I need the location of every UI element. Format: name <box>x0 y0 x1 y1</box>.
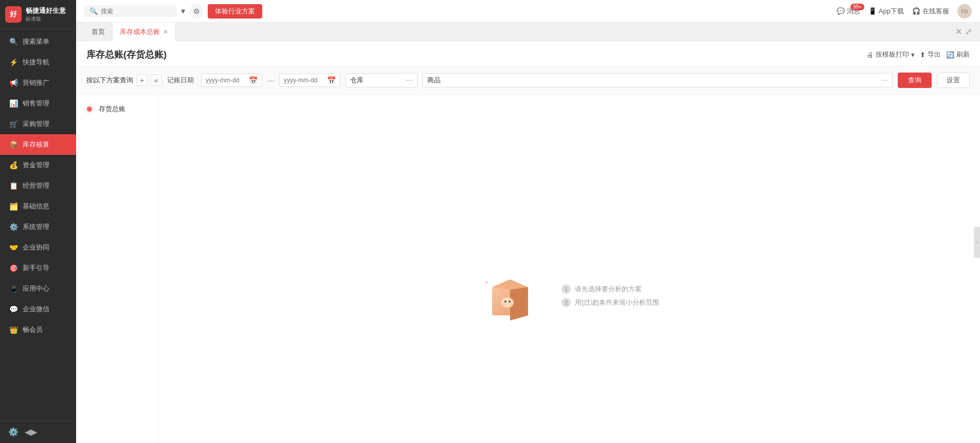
sidebar: 好 畅捷通好生意 标准版 🔍 搜索菜单 ⚡ 快捷导航 📢 营销推广 📊 销售管理… <box>0 0 76 443</box>
filter-date-start[interactable]: 📅 <box>201 74 262 87</box>
tab-home-label: 首页 <box>92 27 105 37</box>
sidebar-item-marketing[interactable]: 📢 营销推广 <box>0 73 76 93</box>
export-button[interactable]: ⬆ 导出 <box>920 50 941 59</box>
sidebar-item-label: 企业协同 <box>23 243 49 252</box>
empty-illustration: ✦ ✦ ✦ <box>479 264 541 327</box>
topbar-search-box[interactable]: 🔍 <box>84 5 177 17</box>
sidebar-item-search[interactable]: 🔍 搜索菜单 <box>0 31 76 52</box>
lightning-icon: ⚡ <box>8 57 19 67</box>
svg-point-5 <box>504 300 506 303</box>
sidebar-item-basic[interactable]: 🗂️ 基础信息 <box>0 196 76 217</box>
svg-point-8 <box>510 303 513 305</box>
message-icon: 💬 <box>837 7 845 15</box>
tab-expand-button[interactable]: ⤢ <box>965 27 972 37</box>
sidebar-item-label: 资金管理 <box>23 161 49 170</box>
sidebar-item-member[interactable]: 👑 畅会员 <box>0 320 76 340</box>
user-avatar[interactable]: Rit <box>957 4 972 19</box>
megaphone-icon: 📢 <box>8 78 19 88</box>
handshake-icon: 🤝 <box>8 242 19 253</box>
filter-date-end[interactable]: 📅 <box>279 74 340 87</box>
sidebar-item-label: 系统管理 <box>23 222 49 232</box>
filter-warehouse[interactable]: 仓库 ··· <box>346 73 418 87</box>
logo-icon: 好 <box>5 6 22 23</box>
folder-icon: 🗂️ <box>8 201 19 211</box>
right-panel-toggle[interactable]: › <box>974 227 980 258</box>
warehouse-more-icon: ··· <box>406 76 413 85</box>
svg-point-4 <box>501 297 514 308</box>
svg-point-6 <box>509 300 511 303</box>
topbar-dropdown-button[interactable]: ▾ <box>181 6 185 16</box>
svg-point-7 <box>502 303 505 305</box>
sidebar-item-apps[interactable]: 📱 应用中心 <box>0 278 76 299</box>
sidebar-item-label: 销售管理 <box>23 99 49 108</box>
refresh-button[interactable]: 🔄 刷新 <box>946 50 970 59</box>
tabs-bar: 首页 库存成本总账 ✕ ✕ ⤢ <box>76 23 980 41</box>
empty-tips: 1 请先选择要分析的方案 2 用[过滤]条件来缩小分析范围 <box>561 285 659 307</box>
left-scheme-panel: 存货总账 <box>76 95 158 443</box>
refresh-icon: 🔄 <box>946 51 954 59</box>
sidebar-item-newbie[interactable]: 🎯 新手引导 <box>0 258 76 278</box>
scheme-item-inventory-ledger[interactable]: 存货总账 <box>76 100 158 118</box>
sidebar-item-system[interactable]: ⚙️ 系统管理 <box>0 217 76 237</box>
app-download-button[interactable]: 📱 App下载 <box>868 7 904 16</box>
settings-footer-icon[interactable]: ⚙️ <box>8 427 19 437</box>
money-icon: 💰 <box>8 160 19 170</box>
online-service-button[interactable]: 🎧 在线客服 <box>912 7 949 16</box>
sidebar-item-label: 企业微信 <box>23 305 49 314</box>
date-end-input[interactable] <box>284 77 325 84</box>
toggle-icon: › <box>976 239 977 245</box>
scheme-item-icon <box>84 104 95 114</box>
sidebar-item-label: 畅会员 <box>23 325 43 334</box>
date-filter-label: 记账日期 <box>167 76 194 85</box>
topbar-right: 💬 消息 99+ 📱 App下载 🎧 在线客服 Rit <box>837 4 972 19</box>
filter-collapse-button[interactable]: « <box>151 75 162 86</box>
sidebar-logo: 好 畅捷通好生意 标准版 <box>0 0 76 29</box>
tip-text-1: 请先选择要分析的方案 <box>575 285 642 294</box>
crown-icon: 👑 <box>8 325 19 335</box>
sidebar-item-wechat[interactable]: 💬 企业微信 <box>0 299 76 320</box>
chat-icon: 💬 <box>8 304 19 314</box>
svg-text:✦: ✦ <box>523 278 527 283</box>
cart-icon: 🛒 <box>8 119 19 129</box>
filter-row: 按以下方案查询 + « 记账日期 📅 — 📅 仓库 ··· <box>86 73 970 88</box>
filter-settings-button[interactable]: 设置 <box>937 73 970 88</box>
tab-inventory-cost[interactable]: 库存成本总账 ✕ <box>113 23 176 41</box>
goods-label: 商品 <box>427 76 879 85</box>
phone-icon: 📱 <box>868 7 877 15</box>
sidebar-item-sales[interactable]: 📊 销售管理 <box>0 93 76 114</box>
empty-tip-1: 1 请先选择要分析的方案 <box>561 285 659 294</box>
svg-text:✦: ✦ <box>484 280 488 286</box>
content-with-panel: 存货总账 <box>76 95 980 443</box>
topbar-search-input[interactable] <box>101 8 172 15</box>
app-download-label: App下载 <box>879 7 904 16</box>
tab-close-all-button[interactable]: ✕ <box>955 27 962 37</box>
sidebar-item-purchase[interactable]: 🛒 采购管理 <box>0 114 76 134</box>
logo-text: 畅捷通好生意 标准版 <box>26 7 66 22</box>
content-area: 库存总账(存货总账) 🖨 按模板打印 ▾ ⬆ 导出 🔄 刷新 <box>76 41 980 443</box>
sidebar-footer: ⚙️ ◀▶ <box>0 420 76 443</box>
sidebar-item-label: 经营管理 <box>23 181 49 190</box>
online-service-label: 在线客服 <box>922 7 949 16</box>
page-actions: 🖨 按模板打印 ▾ ⬆ 导出 🔄 刷新 <box>867 50 970 59</box>
topbar-settings-button[interactable]: ⚙ <box>189 4 204 19</box>
sidebar-nav: 🔍 搜索菜单 ⚡ 快捷导航 📢 营销推广 📊 销售管理 🛒 采购管理 📦 库存核… <box>0 29 76 420</box>
industry-solution-button[interactable]: 体验行业方案 <box>208 4 262 19</box>
tab-home[interactable]: 首页 <box>84 23 113 41</box>
filter-goods[interactable]: 商品 ··· <box>423 73 893 87</box>
sidebar-item-finance[interactable]: 💰 资金管理 <box>0 155 76 175</box>
query-button[interactable]: 查询 <box>898 73 932 88</box>
sidebar-item-inventory[interactable]: 📦 库存核算 <box>0 134 76 155</box>
print-template-button[interactable]: 🖨 按模板打印 ▾ <box>867 50 915 59</box>
tab-close-button[interactable]: ✕ <box>163 28 168 36</box>
search-icon: 🔍 <box>8 37 19 47</box>
message-button[interactable]: 💬 消息 99+ <box>837 7 860 16</box>
sidebar-item-shortcut[interactable]: ⚡ 快捷导航 <box>0 52 76 73</box>
topbar: 🔍 ▾ ⚙ 体验行业方案 💬 消息 99+ 📱 App下载 🎧 在线客服 Rit <box>76 0 980 23</box>
filter-add-button[interactable]: + <box>136 75 148 86</box>
date-start-input[interactable] <box>206 77 247 84</box>
sidebar-item-company[interactable]: 🤝 企业协同 <box>0 237 76 258</box>
sidebar-item-operation[interactable]: 📋 经营管理 <box>0 175 76 196</box>
message-badge: 99+ <box>850 4 864 10</box>
collapse-icon[interactable]: ◀▶ <box>25 427 37 437</box>
chevron-down-icon: ▾ <box>911 51 915 59</box>
